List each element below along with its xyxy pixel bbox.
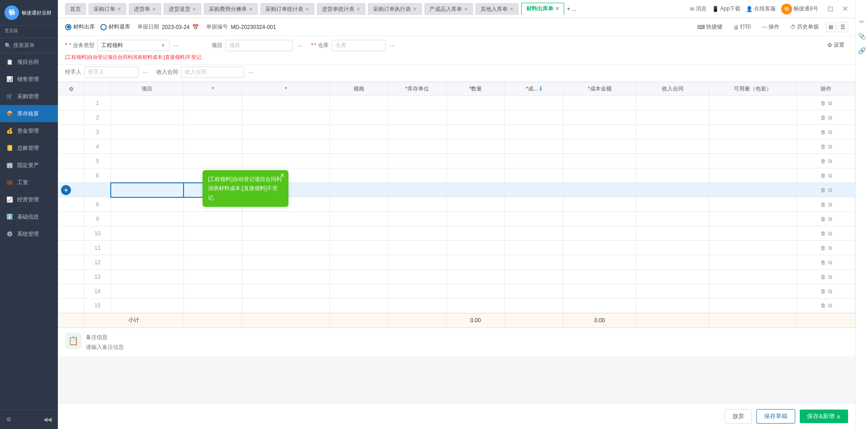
row-quantity[interactable]	[446, 154, 505, 168]
row-cost-amount[interactable]	[563, 270, 636, 284]
row-cost-amount[interactable]	[563, 226, 636, 241]
row-spec[interactable]	[330, 226, 388, 241]
collapse-button[interactable]: ◀◀	[42, 415, 53, 424]
tab-purchase-expense[interactable]: 采购费用分摊单 ✕	[204, 3, 258, 15]
th-settings[interactable]: ⚙	[58, 82, 85, 96]
view-toggle-grid[interactable]: ⊞	[826, 22, 836, 32]
row-unit[interactable]	[388, 284, 446, 299]
row-unit[interactable]	[388, 96, 446, 110]
row-project[interactable]	[111, 139, 184, 154]
tab-close-icon[interactable]: ✕	[413, 6, 417, 12]
row-quantity[interactable]	[446, 139, 505, 154]
handler-more[interactable]: ···	[143, 69, 147, 76]
window-close-button[interactable]: ✕	[842, 5, 848, 13]
sidebar-item-system[interactable]: ⚙️ 系统管理	[0, 225, 58, 243]
history-button[interactable]: ⏱ 历史单据	[787, 22, 822, 32]
row-material-name[interactable]	[242, 110, 330, 125]
remarks-input[interactable]	[86, 342, 848, 352]
copy-row-button[interactable]: ⧉	[828, 172, 832, 179]
row-income-contract[interactable]	[636, 212, 709, 226]
online-service-button[interactable]: 👤 在线客服	[746, 5, 776, 13]
tab-material-out[interactable]: 材料出库单 ✕	[521, 3, 564, 15]
copy-row-button[interactable]: ⧉	[828, 230, 832, 237]
row-cost-price[interactable]	[505, 284, 563, 299]
project-more[interactable]: ···	[297, 43, 302, 49]
row-project-active[interactable]	[111, 183, 184, 197]
delete-row-button[interactable]: 🗑	[821, 129, 826, 135]
row-material-code[interactable]	[184, 212, 242, 226]
tab-close-icon[interactable]: ✕	[464, 6, 468, 12]
row-cost-amount[interactable]	[563, 154, 636, 168]
discard-button[interactable]: 放弃	[725, 409, 752, 424]
row-material-code[interactable]	[184, 139, 242, 154]
income-contract-input[interactable]: 收入合同	[181, 67, 244, 78]
window-restore-button[interactable]: ⊡	[827, 5, 833, 13]
business-type-more[interactable]: ···	[174, 43, 179, 49]
sidebar-item-inventory[interactable]: 📦 库存核算	[0, 105, 58, 122]
row-material-code[interactable]	[184, 96, 242, 110]
row-material-name[interactable]	[242, 125, 330, 139]
row-cost-price[interactable]	[505, 197, 563, 212]
tab-home[interactable]: 首页	[65, 3, 86, 15]
row-available[interactable]	[709, 110, 797, 125]
row-material-code[interactable]	[184, 110, 242, 125]
tab-close-icon[interactable]: ✕	[356, 6, 360, 12]
row-available[interactable]	[709, 197, 797, 212]
view-toggle-list[interactable]: ☰	[838, 22, 848, 32]
row-cost-price[interactable]	[505, 154, 563, 168]
print-button[interactable]: 🖨 打印	[730, 22, 755, 32]
row-material-name[interactable]	[242, 226, 330, 241]
row-unit[interactable]	[388, 110, 446, 125]
row-cost-amount[interactable]	[563, 125, 636, 139]
delete-row-button[interactable]: 🗑	[821, 302, 826, 309]
row-income-contract[interactable]	[636, 154, 709, 168]
row-available[interactable]	[709, 270, 797, 284]
th-available[interactable]: 可用量（包装）	[709, 82, 797, 96]
row-income-contract[interactable]	[636, 284, 709, 299]
sidebar-item-purchase[interactable]: 🛒 采购管理	[0, 88, 58, 105]
row-available[interactable]	[709, 284, 797, 299]
row-cost-price[interactable]	[505, 168, 563, 183]
row-material-name[interactable]	[242, 139, 330, 154]
copy-row-button[interactable]: ⧉	[828, 187, 832, 193]
row-material-code[interactable]	[184, 255, 242, 270]
row-available[interactable]	[709, 154, 797, 168]
row-material-name[interactable]	[242, 96, 330, 110]
row-project[interactable]	[111, 110, 184, 125]
row-cost-price[interactable]	[505, 139, 563, 154]
row-material-code[interactable]	[184, 241, 242, 255]
delete-row-button[interactable]: 🗑	[821, 187, 826, 193]
row-available[interactable]	[709, 226, 797, 241]
delete-row-button[interactable]: 🗑	[821, 114, 826, 121]
form-settings-button[interactable]: ⚙ 设置	[824, 40, 848, 50]
row-material-code[interactable]	[184, 270, 242, 284]
row-income-contract[interactable]	[636, 168, 709, 183]
th-cost-price[interactable]: *成... ℹ	[505, 82, 563, 96]
project-input[interactable]: 项目	[225, 40, 293, 51]
user-avatar[interactable]: 畅 畅捷通8号	[781, 4, 818, 14]
th-material-name[interactable]: *	[242, 82, 330, 96]
th-cost-amount[interactable]: *成本金额	[563, 82, 636, 96]
row-income-contract[interactable]	[636, 270, 709, 284]
row-income-contract-active[interactable]	[636, 183, 709, 197]
delete-row-button[interactable]: 🗑	[821, 230, 826, 237]
sidebar-item-ops[interactable]: 📈 经营管理	[0, 191, 58, 208]
delete-row-button[interactable]: 🗑	[821, 274, 826, 280]
row-quantity[interactable]	[446, 270, 505, 284]
row-material-code[interactable]	[184, 284, 242, 299]
row-cost-price[interactable]	[505, 255, 563, 270]
row-income-contract[interactable]	[636, 299, 709, 313]
delete-row-button[interactable]: 🗑	[821, 245, 826, 251]
more-tabs-button[interactable]: + ...	[567, 6, 576, 12]
row-income-contract[interactable]	[636, 226, 709, 241]
delete-row-button[interactable]: 🗑	[821, 143, 826, 150]
row-spec[interactable]	[330, 110, 388, 125]
row-material-code[interactable]	[184, 154, 242, 168]
tab-purchase-exec[interactable]: 采购订单执行表 ✕	[368, 3, 422, 15]
row-material-name[interactable]	[242, 270, 330, 284]
row-available-active[interactable]	[709, 183, 797, 197]
row-material-code[interactable]	[184, 125, 242, 139]
row-unit[interactable]	[388, 197, 446, 212]
tab-close-icon[interactable]: ✕	[305, 6, 309, 12]
row-cost-price[interactable]	[505, 212, 563, 226]
